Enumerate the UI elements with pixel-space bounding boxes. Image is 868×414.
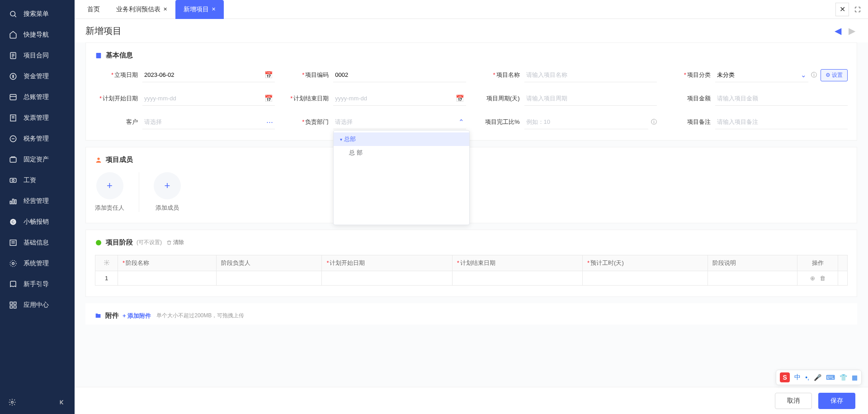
plan-end-input[interactable] — [333, 91, 466, 106]
calendar-icon[interactable]: 📅 — [264, 94, 273, 103]
field-label: 负责部门 — [305, 118, 329, 125]
tab-label: 新增项目 — [184, 5, 209, 14]
sidebar-search[interactable]: 搜索菜单 — [0, 4, 75, 24]
category-select[interactable] — [715, 68, 808, 82]
delete-row-icon[interactable]: 🗑 — [820, 275, 826, 282]
sidebar-item-13[interactable]: 应用中心 — [0, 295, 75, 315]
ime-skin-icon[interactable]: 👕 — [840, 374, 847, 381]
add-owner[interactable]: + 添加责任人 — [95, 172, 124, 212]
sidebar-item-label: 工资 — [24, 176, 36, 184]
remark-input[interactable] — [715, 115, 848, 129]
dropdown-item-parent[interactable]: ▾总部 — [334, 132, 469, 146]
main: 首页 业务利润预估表✕ 新增项目✕ ✕ 新增项目 ◀ ▶ 基本信息 — [75, 0, 868, 414]
sidebar-item-1[interactable]: 项目合同 — [0, 45, 75, 66]
svg-point-18 — [11, 401, 14, 404]
calendar-icon[interactable]: 📅 — [456, 94, 464, 103]
ledger-icon — [8, 92, 18, 102]
nav-next[interactable]: ▶ — [847, 24, 857, 38]
field-label: 项目周期(天) — [486, 95, 520, 102]
col-owner: 阶段负责人 — [216, 255, 322, 271]
dropdown-item-child[interactable]: 总 部 — [334, 146, 469, 160]
ime-menu-icon[interactable]: ▦ — [852, 374, 858, 381]
sidebar-item-5[interactable]: 税务管理 — [0, 128, 75, 149]
tab-label: 首页 — [87, 5, 100, 14]
basic-icon — [95, 52, 102, 59]
ime-punct-icon[interactable]: •, — [805, 374, 809, 381]
close-icon[interactable]: ✕ — [163, 6, 167, 12]
tab-home[interactable]: 首页 — [79, 0, 108, 19]
sidebar-item-7[interactable]: 工资 — [0, 170, 75, 191]
sidebar-item-8[interactable]: 经营管理 — [0, 191, 75, 212]
sidebar-item-12[interactable]: 新手引导 — [0, 274, 75, 295]
help-icon[interactable]: ⓘ — [811, 71, 817, 79]
cancel-button[interactable]: 取消 — [775, 393, 812, 409]
close-icon[interactable]: ✕ — [212, 6, 216, 12]
date-input[interactable] — [142, 68, 275, 82]
sidebar-item-11[interactable]: 系统管理 — [0, 253, 75, 274]
tab-profit[interactable]: 业务利润预估表✕ — [108, 0, 175, 19]
sidebar-item-3[interactable]: 总账管理 — [0, 87, 75, 108]
save-button[interactable]: 保存 — [818, 393, 855, 409]
settings-button[interactable]: ⚙设置 — [821, 69, 848, 81]
svg-rect-14 — [10, 302, 12, 304]
close-all-tabs[interactable]: ✕ — [835, 3, 849, 16]
col-start: *计划开始日期 — [322, 255, 452, 271]
tab-label: 业务利润预估表 — [116, 5, 160, 14]
footer: 取消 保存 — [75, 387, 868, 414]
plan-start-input[interactable] — [142, 91, 275, 106]
col-end: *计划结束日期 — [452, 255, 582, 271]
field-label: 项目分类 — [687, 71, 711, 78]
more-icon[interactable]: ⋯ — [266, 118, 273, 126]
table-row[interactable]: 1 ⊕🗑 — [95, 271, 848, 286]
ime-keyboard-icon[interactable]: ⌨ — [826, 374, 835, 381]
section-title-text: 附件 — [105, 311, 119, 320]
ime-logo: S — [780, 372, 790, 382]
attach-icon — [94, 312, 102, 320]
tab-new-project[interactable]: 新增项目✕ — [175, 0, 224, 19]
field-label: 计划结束日期 — [293, 95, 329, 102]
svg-rect-19 — [96, 53, 101, 58]
collapse-icon[interactable] — [58, 398, 66, 408]
sidebar-item-4[interactable]: 发票管理 — [0, 108, 75, 128]
chevron-up-icon[interactable]: ⌃ — [458, 118, 464, 126]
ime-mic-icon[interactable]: 🎤 — [814, 374, 821, 381]
sidebar-item-label: 税务管理 — [24, 135, 49, 143]
add-member[interactable]: + 添加成员 — [154, 172, 181, 212]
svg-point-13 — [10, 260, 16, 267]
sidebar-item-label: 基础信息 — [24, 239, 49, 247]
salary-icon — [8, 175, 18, 185]
add-row-icon[interactable]: ⊕ — [810, 275, 815, 282]
help-icon[interactable]: ⓘ — [651, 118, 657, 126]
add-attachment[interactable]: + 添加附件 — [123, 312, 151, 320]
customer-select[interactable] — [142, 115, 275, 129]
field-label: 项目完工比% — [485, 118, 520, 125]
nav-prev[interactable]: ◀ — [833, 24, 843, 38]
sidebar-item-2[interactable]: 资金管理 — [0, 66, 75, 87]
code-input[interactable] — [333, 68, 466, 82]
field-label: 立项日期 — [114, 71, 138, 78]
department-select[interactable] — [333, 115, 466, 129]
gear-header[interactable] — [95, 255, 118, 271]
amount-input[interactable] — [715, 91, 848, 106]
col-name: *阶段名称 — [118, 255, 217, 271]
section-members: 项目成员 + 添加责任人 + 添加成员 — [85, 147, 857, 223]
period-input[interactable] — [524, 91, 657, 106]
svg-rect-15 — [14, 302, 16, 304]
field-label: 项目编码 — [305, 71, 329, 78]
chevron-down-icon[interactable]: ⌄ — [801, 71, 807, 79]
clear-button[interactable]: 清除 — [166, 239, 184, 246]
sidebar-item-0[interactable]: 快捷导航 — [0, 24, 75, 45]
fund-icon — [8, 71, 18, 81]
ime-lang[interactable]: 中 — [794, 373, 801, 381]
calendar-icon[interactable]: 📅 — [264, 71, 273, 79]
fullscreen-icon[interactable] — [851, 3, 864, 16]
system-icon — [8, 259, 18, 268]
sidebar-item-6[interactable]: 固定资产 — [0, 149, 75, 170]
plus-icon: + — [96, 172, 123, 199]
sidebar-item-10[interactable]: 基础信息 — [0, 232, 75, 253]
ime-bar[interactable]: S 中 •, 🎤 ⌨ 👕 ▦ — [776, 370, 862, 385]
complete-input[interactable] — [524, 115, 648, 129]
name-input[interactable] — [524, 68, 657, 82]
gear-icon[interactable] — [8, 398, 16, 408]
sidebar-item-9[interactable]: C小畅报销 — [0, 212, 75, 232]
